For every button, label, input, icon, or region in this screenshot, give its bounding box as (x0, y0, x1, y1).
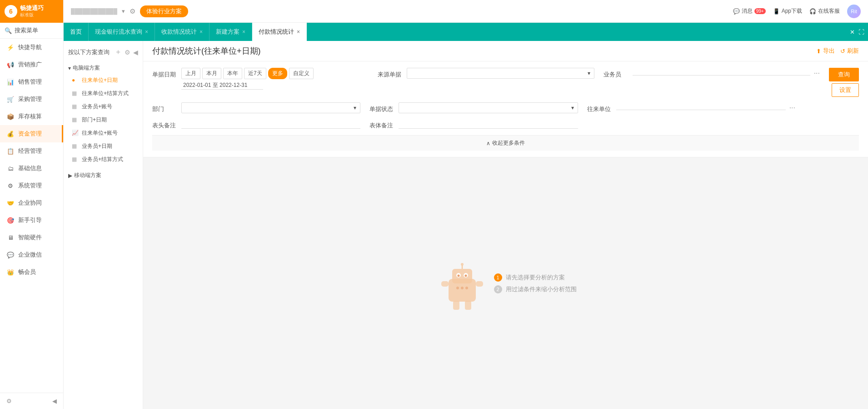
svg-rect-9 (465, 301, 471, 310)
pc-chevron-icon: ▾ (68, 65, 71, 71)
export-icon: ⬆ (816, 48, 821, 55)
export-btn[interactable]: ⬆ 导出 (816, 47, 835, 55)
source-label: 来源单据 (378, 68, 403, 79)
tab-bar: 首页 现金银行流水查询 × 收款情况统计 × 新建方案 × 付款情况统计 × ✕… (64, 23, 868, 41)
content-area: 按以下方案查询 ＋ ⚙ ◀ ▾ 电脑端方案 ● 往来单位+日期 ▦ (64, 41, 868, 409)
pc-scheme-group-title[interactable]: ▾ 电脑端方案 (68, 62, 138, 74)
setting-btn[interactable]: 设置 (832, 83, 859, 97)
sidebar-item-corp[interactable]: 🤝 企业协同 (0, 194, 63, 212)
dept-dropdown-icon: ▾ (354, 105, 356, 111)
scheme-item-employee-settle[interactable]: ▦ 业务员+结算方式 (68, 153, 138, 166)
avatar[interactable]: Rit (847, 5, 861, 18)
scheme-item-partner-date[interactable]: ● 往来单位+日期 (68, 74, 138, 87)
tab-home-label: 首页 (70, 28, 82, 36)
tip-text-2: 用过滤条件来缩小分析范围 (506, 283, 577, 295)
sidebar-item-nav[interactable]: ⚡ 快捷导航 (0, 39, 63, 56)
sidebar-item-wechat-label: 企业微信 (18, 251, 42, 259)
sidebar-nav: ⚡ 快捷导航 📢 营销推广 📊 销售管理 🛒 采购管理 📦 库存核算 💰 资金管… (0, 39, 63, 393)
refresh-btn[interactable]: ↺ 刷新 (840, 47, 859, 55)
sidebar-item-basic[interactable]: 🗂 基础信息 (0, 160, 63, 177)
tab-payment-label: 付款情况统计 (259, 28, 294, 36)
dept-select[interactable]: ▾ (181, 102, 360, 113)
tab-receivable[interactable]: 收款情况统计 × (155, 23, 210, 41)
scheme-item-dept-date[interactable]: ▦ 部门+日期 (68, 113, 138, 126)
sidebar-item-system[interactable]: ⚙ 系统管理 (0, 177, 63, 194)
logo-icon: 6 (5, 5, 17, 18)
sidebar-logo: 6 畅捷通巧 标准版 (0, 0, 63, 23)
sidebar-item-sales[interactable]: 📊 销售管理 (0, 73, 63, 91)
refresh-label: 刷新 (847, 47, 859, 55)
sidebar-item-wechat[interactable]: 💬 企业微信 (0, 246, 63, 263)
tab-cashflow-label: 现金银行流水查询 (95, 28, 142, 36)
scheme-settings-btn[interactable]: ⚙ (125, 49, 130, 56)
sidebar-item-corp-label: 企业协同 (18, 199, 42, 207)
date-btn-7days[interactable]: 近7天 (244, 68, 266, 79)
online-service-btn[interactable]: 🎧 在线客服 (809, 7, 840, 15)
tab-expand-icon[interactable]: ⛶ (858, 29, 864, 35)
tab-new-scheme[interactable]: 新建方案 × (210, 23, 252, 41)
sidebar-item-marketing-label: 营销推广 (18, 61, 42, 69)
scheme-partner-date-label: 往来单位+日期 (82, 76, 118, 84)
header-note-input[interactable] (181, 120, 360, 129)
sidebar-item-inventory[interactable]: 📦 库存核算 (0, 108, 63, 125)
sidebar-item-guide[interactable]: 🎯 新手引导 (0, 212, 63, 229)
app-download-btn[interactable]: 📱 App下载 (773, 7, 802, 15)
doc-status-select[interactable]: ▾ (399, 102, 578, 113)
body-note-input[interactable] (399, 120, 578, 129)
service-icon: 🎧 (809, 8, 816, 15)
date-btn-this-month[interactable]: 本月 (202, 68, 221, 79)
scheme-item-partner-settle[interactable]: ▦ 往来单位+结算方式 (68, 87, 138, 100)
search-menu[interactable]: 🔍 搜索菜单 (0, 23, 63, 39)
tab-payment-close[interactable]: × (297, 29, 300, 35)
tab-cashflow-close[interactable]: × (145, 29, 148, 35)
dropdown-icon[interactable]: ▾ (122, 8, 125, 15)
query-btn[interactable]: 查询 (829, 68, 859, 81)
tab-new-scheme-close[interactable]: × (242, 29, 245, 35)
date-range-input[interactable] (181, 81, 263, 90)
try-industry-btn[interactable]: 体验行业方案 (140, 5, 188, 17)
scheme-collapse-btn[interactable]: ◀ (133, 49, 138, 56)
collapse-filter-btn[interactable]: ∧ 收起更多条件 (152, 135, 859, 151)
message-badge: 99+ (754, 8, 766, 14)
sidebar-item-purchase[interactable]: 🛒 采购管理 (0, 91, 63, 108)
scheme-item-employee-account[interactable]: ▦ 业务员+账号 (68, 100, 138, 113)
tab-receivable-close[interactable]: × (200, 29, 203, 35)
sidebar-item-marketing[interactable]: 📢 营销推广 (0, 56, 63, 73)
tab-home[interactable]: 首页 (64, 23, 89, 41)
sidebar-item-finance[interactable]: 💰 资金管理 (0, 125, 63, 142)
sidebar-item-hardware[interactable]: 🖥 智能硬件 (0, 229, 63, 246)
messages-btn[interactable]: 💬 消息 99+ (733, 7, 766, 15)
sidebar-item-operation[interactable]: 📋 经营管理 (0, 142, 63, 160)
date-btn-this-year[interactable]: 本年 (223, 68, 242, 79)
collapse-sidebar-icon[interactable]: ◀ (52, 398, 57, 404)
date-btn-last-month[interactable]: 上月 (181, 68, 200, 79)
page-title: 付款情况统计(往来单位+日期) (152, 45, 261, 56)
settings-icon[interactable]: ⚙ (6, 398, 12, 404)
tab-close-all-icon[interactable]: ✕ (850, 29, 855, 35)
add-scheme-btn[interactable]: ＋ (115, 47, 122, 57)
scheme-item-partner-account[interactable]: 📈 往来单位+账号 (68, 126, 138, 140)
tab-payment[interactable]: 付款情况统计 × (252, 23, 307, 41)
employee-label: 业务员 (604, 68, 629, 79)
doc-status-label: 单据状态 (369, 102, 395, 113)
employee-more-btn[interactable]: ··· (814, 69, 820, 77)
tab-receivable-label: 收款情况统计 (161, 28, 197, 36)
scheme-employee-account-label: 业务员+账号 (82, 103, 112, 111)
tab-cashflow[interactable]: 现金银行流水查询 × (89, 23, 155, 41)
right-panel: 付款情况统计(往来单位+日期) ⬆ 导出 ↺ 刷新 (143, 41, 868, 409)
partner-more-btn[interactable]: ··· (789, 104, 795, 112)
sidebar-item-vip[interactable]: 👑 畅会员 (0, 263, 63, 281)
wechat-icon: 💬 (6, 251, 15, 259)
date-btn-custom[interactable]: 自定义 (289, 68, 314, 79)
mobile-scheme-group-title[interactable]: ▶ 移动端方案 (68, 170, 138, 181)
date-btn-more[interactable]: 更多 (268, 68, 287, 79)
settings-gear-icon[interactable]: ⚙ (130, 7, 135, 15)
scheme-icon-1: ▦ (72, 90, 79, 97)
filter-row-3: 表头备注 表体备注 (152, 119, 859, 130)
mobile-scheme-group: ▶ 移动端方案 (64, 168, 143, 183)
scheme-panel-title: 按以下方案查询 (68, 48, 110, 56)
scheme-item-employee-date[interactable]: ▦ 业务员+日期 (68, 140, 138, 153)
empty-tip-1: 1 请先选择要分析的方案 (494, 272, 577, 283)
source-select[interactable]: ▾ (407, 68, 594, 79)
nav-icon: ⚡ (6, 43, 15, 51)
